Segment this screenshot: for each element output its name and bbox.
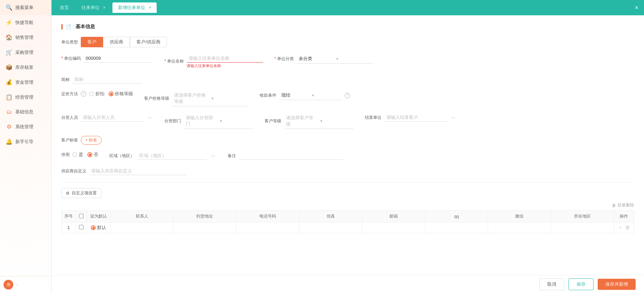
row-checkbox[interactable] xyxy=(79,225,84,229)
disabled-label: 停用 xyxy=(61,152,70,158)
add-tag-button[interactable]: + 标签 xyxy=(81,136,102,145)
disabled-radio-no[interactable]: 否 xyxy=(87,152,98,158)
unit-category-arrow: ▾ xyxy=(336,57,371,61)
settlement-input[interactable] xyxy=(384,113,447,122)
cell-region[interactable] xyxy=(551,222,614,233)
payment-terms-help-icon[interactable]: ? xyxy=(345,93,350,98)
sidebar-item-sales[interactable]: 🏠 销售管理 xyxy=(0,30,51,45)
cancel-button[interactable]: 取消 xyxy=(539,278,564,290)
cell-contact[interactable] xyxy=(110,222,173,233)
sidebar-item-inventory[interactable]: 📦 库存核算 xyxy=(0,60,51,75)
tab-new-partner[interactable]: 新增往来单位 × xyxy=(112,2,157,13)
cell-email[interactable] xyxy=(362,222,425,233)
unit-category-select[interactable]: 未分类 ▾ xyxy=(297,54,373,64)
save-button[interactable]: 保存 xyxy=(568,278,594,290)
cell-actions: ＋ 🗑 xyxy=(614,222,634,233)
custom-settings-button[interactable]: ⚙ 自定义项设置 xyxy=(61,188,101,198)
pricing-radio-level[interactable]: 价格等级 xyxy=(109,91,133,97)
customer-tag-group: 客户标签 + 标签 xyxy=(61,136,102,145)
sidebar-item-label: 销售管理 xyxy=(15,34,33,41)
fax-input[interactable] xyxy=(301,225,360,230)
settlement-more[interactable]: ··· xyxy=(450,115,457,120)
unit-name-label: 单位名称 xyxy=(164,58,184,64)
customer-level-arrow: ▾ xyxy=(320,119,352,123)
heading-icon: 📄 xyxy=(65,24,71,30)
sidebar-item-search[interactable]: 🔍 搜索菜单 xyxy=(0,0,51,15)
col-select-all[interactable] xyxy=(76,211,87,222)
payment-terms-arrow: ▾ xyxy=(312,93,340,98)
delete-row-icon[interactable]: 🗑 xyxy=(625,225,631,230)
remark-group: 备注 xyxy=(228,152,343,160)
region-input[interactable] xyxy=(137,152,207,160)
search-icon: 🔍 xyxy=(6,4,13,11)
address-input[interactable] xyxy=(175,225,234,230)
radio-yes-circle xyxy=(72,152,77,157)
sidebar-bottom[interactable]: 用 ·· xyxy=(0,276,51,293)
unit-code-input[interactable] xyxy=(84,54,153,63)
contact-input[interactable] xyxy=(113,225,171,230)
sidebar-item-purchase[interactable]: 🛒 采购管理 xyxy=(0,45,51,60)
tab-partners-close[interactable]: × xyxy=(103,5,105,10)
unit-type-btn-supplier[interactable]: 供应商 xyxy=(103,37,130,47)
cell-wechat[interactable] xyxy=(488,222,551,233)
email-input[interactable] xyxy=(364,225,423,230)
save-new-button[interactable]: 保存并新增 xyxy=(598,279,636,290)
select-all-checkbox[interactable] xyxy=(79,214,84,218)
wechat-input[interactable] xyxy=(490,225,549,230)
unit-name-input[interactable] xyxy=(187,54,263,63)
unit-type-group: 单位类型 客户 供应商 客户/供应商 xyxy=(61,37,167,47)
unit-name-group: 单位名称 请输入往来单位名称 xyxy=(164,54,263,68)
main-area: 首页 往来单位 × 新增往来单位 × × 📄 基本信息 单位类型 客户 供应商 xyxy=(52,0,644,293)
col-email: 邮箱 xyxy=(362,211,425,222)
supplier-custom-input[interactable] xyxy=(89,167,187,175)
tab-new-partner-close[interactable]: × xyxy=(149,5,151,10)
cell-checkbox[interactable] xyxy=(76,222,87,233)
table-region-input[interactable] xyxy=(553,225,612,230)
unit-type-btn-both[interactable]: 客户/供应商 xyxy=(130,37,167,47)
sidebar-item-system[interactable]: ⚙ 系统管理 xyxy=(0,119,51,134)
sidebar: 🔍 搜索菜单 ⚡ 快捷导航 🏠 销售管理 🛒 采购管理 📦 库存核算 💰 资金管… xyxy=(0,0,52,293)
user-label: ·· xyxy=(16,283,18,287)
tab-home[interactable]: 首页 xyxy=(54,2,74,13)
tab-partners[interactable]: 往来单位 × xyxy=(76,2,111,13)
pricing-help-icon[interactable]: ? xyxy=(81,91,86,97)
department-select[interactable]: 请输入分管部门 ▾ xyxy=(184,113,253,129)
batch-delete-button[interactable]: 🗑 批量删除 xyxy=(612,202,634,208)
region-more[interactable]: ··· xyxy=(210,153,217,158)
sidebar-item-quick-nav[interactable]: ⚡ 快捷导航 xyxy=(0,15,51,30)
dept-arrow: ▾ xyxy=(220,119,251,123)
sidebar-item-base-info[interactable]: 🗂 基础信息 xyxy=(0,105,51,119)
cell-address[interactable] xyxy=(173,222,236,233)
sidebar-item-finance[interactable]: 💰 资金管理 xyxy=(0,75,51,90)
add-row-icon[interactable]: ＋ xyxy=(617,225,623,230)
customer-level-select[interactable]: 请选择客户等级 ▾ xyxy=(284,113,354,129)
remark-input[interactable] xyxy=(239,152,343,160)
default-radio[interactable]: 默认 xyxy=(89,225,108,231)
qq-input[interactable] xyxy=(427,225,486,230)
sidebar-item-label: 新手引导 xyxy=(15,139,33,145)
pricing-radio-discount[interactable]: 折扣 xyxy=(89,91,104,97)
customer-level-group: 客户等级 请选择客户等级 ▾ xyxy=(265,113,354,129)
phone-input[interactable] xyxy=(238,225,297,230)
col-default: 设为默认 xyxy=(87,211,111,222)
sidebar-item-guide[interactable]: 🔔 新手引导 xyxy=(0,134,51,149)
cell-default[interactable]: 默认 xyxy=(87,222,111,233)
manager-input[interactable] xyxy=(81,113,143,122)
region-label: 区域（地区） xyxy=(109,153,134,159)
tab-bar-close-all[interactable]: × xyxy=(632,4,641,11)
unit-type-btn-customer[interactable]: 客户 xyxy=(81,37,103,47)
payment-terms-select[interactable]: 现结 ▾ xyxy=(279,91,342,100)
customer-price-level-select[interactable]: 请选择客户价格等级 ▾ xyxy=(172,91,249,106)
system-icon: ⚙ xyxy=(6,123,13,130)
sidebar-item-operations[interactable]: 📋 经营管理 xyxy=(0,90,51,105)
cell-phone[interactable] xyxy=(236,222,299,233)
cell-qq[interactable] xyxy=(425,222,488,233)
settlement-label: 结算单位 xyxy=(365,115,382,121)
shortname-input[interactable] xyxy=(72,75,142,84)
batch-delete-icon: 🗑 xyxy=(612,203,616,208)
table-action-row: 🗑 批量删除 xyxy=(61,202,634,208)
manager-more[interactable]: ··· xyxy=(146,115,153,120)
pricing-method-label: 定价方法 xyxy=(61,91,78,97)
cell-fax[interactable] xyxy=(299,222,362,233)
disabled-radio-yes[interactable]: 是 xyxy=(72,152,83,158)
